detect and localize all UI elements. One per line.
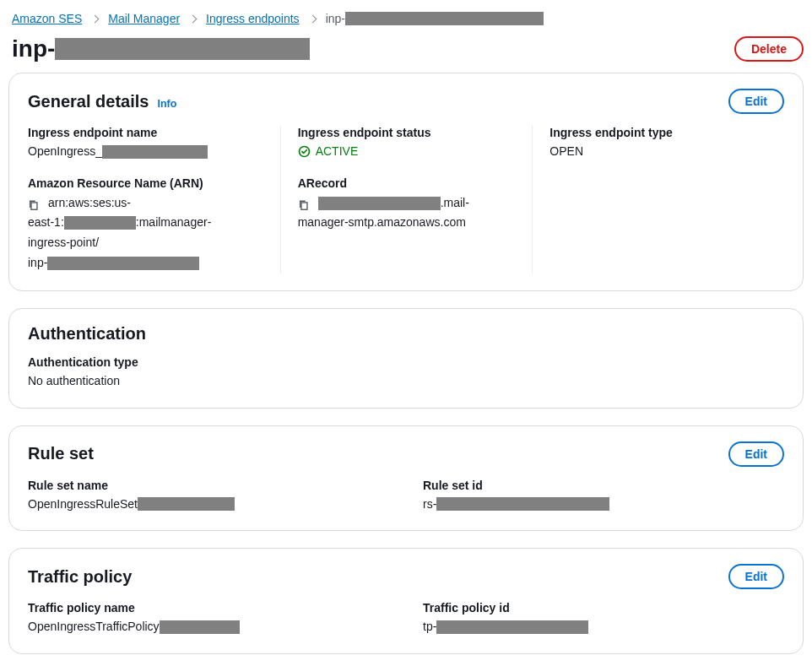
arn-line4-prefix: inp-: [28, 253, 47, 273]
redacted-block: [102, 145, 208, 159]
panel-traffic-policy: Traffic policy Edit Traffic policy name …: [8, 548, 804, 654]
panel-title-traffic: Traffic policy: [28, 567, 132, 587]
value-traffic-id: tp-: [423, 618, 588, 636]
page-title-prefix: inp-: [12, 35, 55, 62]
value-arecord: .mail- manager-smtp.amazonaws.com: [298, 193, 516, 234]
svg-rect-2: [301, 203, 307, 209]
label-endpoint-name: Ingress endpoint name: [28, 126, 263, 139]
value-traffic-name: OpenIngressTrafficPolicy: [28, 618, 240, 636]
redacted-block: [160, 620, 240, 634]
label-auth-type: Authentication type: [28, 355, 784, 369]
breadcrumb-current: inp-: [326, 12, 544, 25]
redacted-block: [55, 38, 310, 60]
arn-line3: ingress-point/: [28, 233, 99, 253]
edit-ruleset-button[interactable]: Edit: [728, 441, 784, 467]
copy-icon[interactable]: [298, 198, 310, 209]
traffic-id-prefix: tp-: [423, 618, 436, 636]
redacted-block: [436, 497, 609, 511]
page-title: inp-: [12, 35, 310, 62]
panel-title-general: General details: [28, 92, 149, 111]
value-ruleset-id: rs-: [423, 495, 609, 514]
ruleset-name-prefix: OpenIngressRuleSet: [28, 495, 138, 514]
breadcrumb-current-prefix: inp-: [326, 12, 345, 25]
check-circle-icon: [298, 145, 311, 158]
endpoint-name-prefix: OpenIngress_: [28, 143, 102, 161]
chevron-right-icon: [91, 14, 100, 23]
status-badge: ACTIVE: [298, 143, 359, 161]
redacted-block: [345, 12, 544, 25]
arn-line2a: east-1:: [28, 213, 64, 233]
label-traffic-id: Traffic policy id: [423, 601, 767, 615]
panel-rule-set: Rule set Edit Rule set name OpenIngressR…: [8, 425, 804, 532]
delete-button[interactable]: Delete: [734, 36, 804, 62]
redacted-block: [64, 216, 136, 230]
arecord-line2: manager-smtp.amazonaws.com: [298, 213, 466, 233]
redacted-block: [138, 497, 235, 511]
ruleset-id-prefix: rs-: [423, 495, 436, 514]
label-endpoint-type: Ingress endpoint type: [549, 126, 767, 139]
label-traffic-name: Traffic policy name: [28, 601, 389, 615]
breadcrumb: Amazon SES Mail Manager Ingress endpoint…: [8, 8, 804, 35]
panel-authentication: Authentication Authentication type No au…: [8, 308, 804, 409]
value-endpoint-name: OpenIngress_: [28, 143, 208, 161]
redacted-block: [436, 620, 588, 634]
traffic-name-prefix: OpenIngressTrafficPolicy: [28, 618, 160, 636]
panel-general-details: General details Info Edit Ingress endpoi…: [8, 73, 804, 291]
value-auth-type: No authentication: [28, 372, 120, 391]
status-text: ACTIVE: [316, 143, 359, 161]
copy-icon[interactable]: [28, 198, 40, 209]
value-ruleset-name: OpenIngressRuleSet: [28, 495, 235, 514]
panel-title-ruleset: Rule set: [28, 444, 94, 463]
value-endpoint-type: OPEN: [549, 143, 583, 161]
arn-line1: arn:aws:ses:us-: [48, 193, 131, 214]
breadcrumb-mail-manager[interactable]: Mail Manager: [108, 12, 180, 25]
svg-rect-0: [31, 203, 37, 209]
breadcrumb-ses[interactable]: Amazon SES: [12, 12, 82, 25]
chevron-right-icon: [189, 14, 198, 23]
info-link[interactable]: Info: [157, 98, 176, 110]
label-arecord: ARecord: [298, 176, 516, 190]
arecord-suffix1: .mail-: [441, 193, 469, 214]
label-endpoint-status: Ingress endpoint status: [298, 126, 516, 139]
label-ruleset-id: Rule set id: [423, 479, 767, 492]
arn-line2b: :mailmanager-: [136, 213, 211, 233]
redacted-block: [318, 197, 441, 210]
chevron-right-icon: [308, 14, 317, 23]
label-ruleset-name: Rule set name: [28, 479, 389, 492]
page-header: inp- Delete: [8, 35, 804, 73]
breadcrumb-ingress-endpoints[interactable]: Ingress endpoints: [206, 12, 300, 25]
label-arn: Amazon Resource Name (ARN): [28, 176, 263, 190]
edit-traffic-button[interactable]: Edit: [728, 564, 784, 589]
value-arn: arn:aws:ses:us- east-1::mailmanager- ing…: [28, 193, 263, 273]
panel-title-auth: Authentication: [28, 324, 146, 344]
edit-general-button[interactable]: Edit: [728, 89, 784, 114]
redacted-block: [47, 257, 199, 270]
